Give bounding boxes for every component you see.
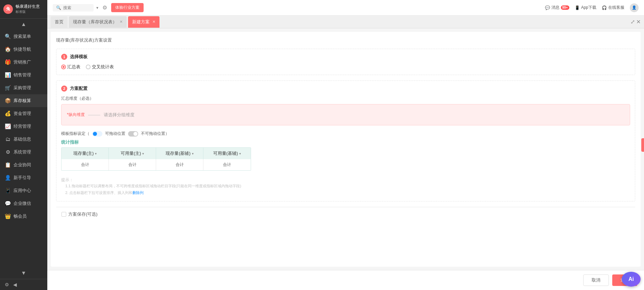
settings-icon[interactable]: ⚙ (5, 282, 9, 287)
stats-col-2[interactable]: 现存量(基辅) ▾ (156, 148, 203, 159)
sidebar-scroll-top[interactable]: ▲ (0, 19, 47, 30)
indicator-toggle-fixed[interactable] (128, 131, 138, 137)
stats-table: 现存量(主) ▾ 可用量(主) ▾ 现存量(基辅) ▾ (61, 147, 251, 171)
sidebar-item-quick-nav[interactable]: 🏠 快捷导航 (0, 43, 47, 56)
tab-new-plan[interactable]: 新建方案 ✕ (128, 16, 159, 28)
content: 现存量(库存状况表)方案设置 1 选择模板 汇总表 交叉统计表 (47, 28, 644, 270)
sidebar-item-guide[interactable]: 👤 新手引导 (0, 171, 47, 184)
ai-label: Ai (628, 276, 634, 282)
sidebar-item-label: 库存核算 (14, 98, 31, 104)
stats-header: 现存量(主) ▾ 可用量(主) ▾ 现存量(基辅) ▾ (61, 148, 251, 159)
sidebar-item-label: 系统管理 (14, 149, 31, 155)
online-service-label: 在线客服 (608, 5, 624, 10)
avatar[interactable]: 👤 (630, 3, 639, 12)
save-checkbox[interactable] (61, 212, 66, 217)
topbar: 🔍 ▾ ⚙ 体验行业方案 💬 消息 99+ 📱 App下载 🎧 在线客服 👤 (47, 0, 644, 16)
sidebar-item-label: 资金管理 (14, 111, 31, 117)
folder-icon: 🗂 (5, 136, 11, 142)
inventory-tab-label: 现存量（库存状况表） (73, 19, 117, 25)
download-icon: 📱 (575, 5, 580, 10)
maximize-btn[interactable]: ⤢ (630, 19, 635, 25)
inventory-tab-close[interactable]: ✕ (120, 20, 123, 24)
stats-body-cell-1: 合计 (109, 159, 156, 170)
money-icon: 💰 (5, 111, 11, 117)
app-name: 畅康通好生意 (16, 4, 40, 9)
chart-icon: 📊 (5, 72, 11, 78)
gear-icon: ⚙ (5, 149, 11, 155)
topbar-settings-btn[interactable]: ⚙ (101, 3, 108, 12)
sidebar: 兔 畅康通好生意 标准版 ▲ 🔍 搜索菜单 🏠 快捷导航 🎁 营销推广 📊 销售… (0, 0, 47, 290)
indicator-section: 模板指标设定（ 可拖动位置 不可拖动位置） (61, 131, 630, 137)
topbar-search[interactable]: 🔍 (53, 4, 94, 11)
tips-line-2: 2. 点击标题栏下拉可设置排序、插入列和删除列 (61, 190, 630, 196)
sidebar-item-basic[interactable]: 🗂 基础信息 (0, 133, 47, 146)
app-edition: 标准版 (16, 9, 40, 14)
search-icon: 🔍 (56, 5, 61, 10)
indicator-toggle-draggable[interactable] (92, 131, 102, 137)
sidebar-item-search[interactable]: 🔍 搜索菜单 (0, 30, 47, 43)
tab-home[interactable]: 首页 (51, 16, 68, 28)
sidebar-nav: 🔍 搜索菜单 🏠 快捷导航 🎁 营销推广 📊 销售管理 🛒 采购管理 📦 库存核… (0, 30, 47, 267)
stats-col-1[interactable]: 可用量(主) ▾ (109, 148, 156, 159)
radio-group-template: 汇总表 交叉统计表 (61, 64, 630, 70)
save-checkbox-row: 方案保存(可选) (56, 207, 635, 221)
sidebar-item-label: 畅会员 (14, 213, 27, 219)
sidebar-item-label: 采购管理 (14, 85, 31, 91)
sidebar-item-marketing[interactable]: 🎁 营销推广 (0, 56, 47, 69)
collapse-icon[interactable]: ◀ (13, 282, 17, 287)
search-dropdown-btn[interactable]: ▾ (96, 5, 98, 10)
scroll-up-btn[interactable]: ▲ (20, 20, 28, 29)
app-download-btn[interactable]: 📱 App下载 (575, 5, 596, 10)
radio-cross[interactable]: 交叉统计表 (86, 64, 114, 70)
radio-summary-circle (61, 65, 66, 69)
stats-col-0[interactable]: 现存量(主) ▾ (61, 148, 109, 159)
box-icon: 📦 (5, 98, 11, 104)
right-panel-handle[interactable] (641, 138, 644, 152)
radio-summary[interactable]: 汇总表 (61, 64, 80, 70)
cancel-btn[interactable]: 取消 (583, 274, 609, 286)
trial-btn[interactable]: 体验行业方案 (111, 3, 144, 12)
close-panel-btn[interactable]: ✕ (636, 19, 641, 25)
sidebar-item-apps[interactable]: 📱 应用中心 (0, 184, 47, 197)
tips-highlight: 删除列 (132, 191, 144, 195)
section2-header: 2 方案配置 (61, 86, 630, 92)
stats-col-3[interactable]: 可用量(基辅) ▾ (203, 148, 251, 159)
sidebar-item-label: 企业微信 (14, 200, 31, 207)
sidebar-item-finance[interactable]: 💰 资金管理 (0, 107, 47, 120)
sidebar-item-label: 经营管理 (14, 123, 31, 129)
sidebar-item-sales[interactable]: 📊 销售管理 (0, 69, 47, 81)
sidebar-item-system[interactable]: ⚙ 系统管理 (0, 146, 47, 159)
radio-cross-label: 交叉统计表 (92, 64, 114, 70)
sidebar-item-label: 企业协同 (14, 162, 31, 168)
mobile-icon: 📱 (5, 188, 11, 194)
sidebar-item-inventory[interactable]: 📦 库存核算 (0, 94, 47, 107)
stats-body: 合计 合计 合计 合计 (61, 159, 251, 170)
section1-number: 1 (61, 54, 67, 60)
ai-button[interactable]: Ai (622, 272, 641, 287)
message-btn[interactable]: 💬 消息 99+ (545, 5, 569, 10)
dimension-zone[interactable]: *纵向维度 —— 请选择分组维度 (61, 104, 630, 125)
sidebar-item-purchase[interactable]: 🛒 采购管理 (0, 81, 47, 94)
online-service-btn[interactable]: 🎧 在线客服 (602, 5, 624, 10)
sidebar-item-operation[interactable]: 📈 经营管理 (0, 120, 47, 133)
scroll-down-btn[interactable]: ▼ (20, 269, 28, 277)
app-download-label: App下载 (581, 5, 596, 10)
tab-inventory[interactable]: 现存量（库存状况表） ✕ (69, 16, 127, 28)
new-plan-tab-close[interactable]: ✕ (152, 20, 155, 24)
topbar-right: 💬 消息 99+ 📱 App下载 🎧 在线客服 👤 (545, 3, 639, 12)
footer-bar: 取消 查询 (47, 270, 644, 290)
stats-col-0-label: 现存量(主) (73, 150, 94, 156)
sidebar-item-cooperation[interactable]: 📋 企业协同 (0, 159, 47, 171)
section-template: 1 选择模板 汇总表 交叉统计表 (56, 49, 635, 75)
doc-icon: 📋 (5, 162, 11, 168)
sidebar-item-wechat[interactable]: 💬 企业微信 (0, 197, 47, 210)
search-icon: 🔍 (5, 33, 11, 40)
search-input[interactable] (63, 5, 90, 10)
sidebar-item-label: 销售管理 (14, 72, 31, 78)
indicator-label: 模板指标设定（ 可拖动位置 不可拖动位置） (61, 131, 630, 137)
sidebar-item-member[interactable]: 👑 畅会员 (0, 210, 47, 223)
section2-number: 2 (61, 86, 67, 92)
dimension-arrow: —— (88, 111, 100, 118)
tabs-bar: 首页 现存量（库存状况表） ✕ 新建方案 ✕ ⤢ ✕ (47, 16, 644, 28)
sidebar-scroll-bottom[interactable]: ▼ (0, 267, 47, 279)
